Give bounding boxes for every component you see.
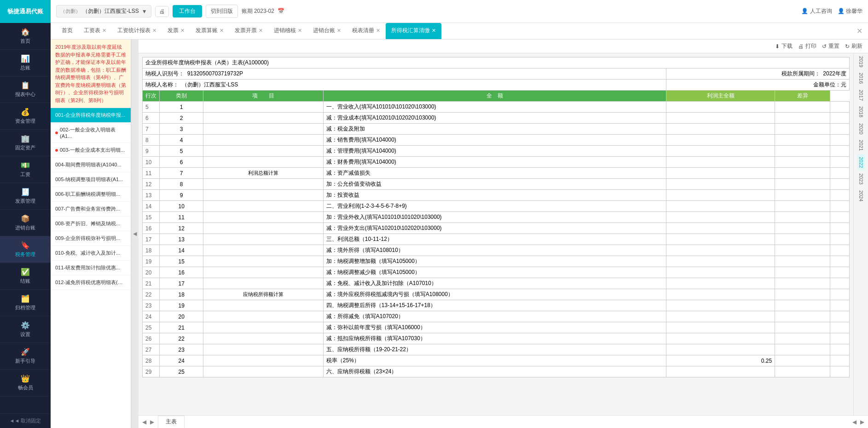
lirun-cell[interactable]: [775, 113, 830, 124]
diff-cell[interactable]: [830, 223, 849, 234]
sidebar-item-member[interactable]: 👑畅会员: [0, 370, 51, 396]
lirun-cell[interactable]: [775, 223, 830, 234]
sidebar-item-home[interactable]: 🏠首页: [0, 23, 51, 50]
amount-cell[interactable]: [666, 366, 775, 377]
amount-cell[interactable]: [666, 234, 775, 245]
reset-btn[interactable]: ↺ 重置: [822, 42, 839, 50]
diff-cell[interactable]: [830, 256, 849, 267]
lirun-cell[interactable]: [775, 190, 830, 201]
tab-close-icon[interactable]: ✕: [152, 28, 156, 34]
user-info[interactable]: 👤 徐馨华: [838, 7, 862, 15]
tab-close-icon[interactable]: ✕: [180, 28, 185, 34]
tab-close-icon[interactable]: ✕: [259, 28, 263, 34]
sidebar-item-funds[interactable]: 💰资金管理: [0, 103, 51, 130]
sub-nav-item[interactable]: 011-研发费用加计扣除优惠...: [51, 261, 131, 275]
diff-cell[interactable]: [830, 234, 849, 245]
sub-nav-item[interactable]: 004-期间费用明细表(A1040...: [51, 158, 131, 172]
sidebar-pin-toggle[interactable]: ◄◄ 取消固定: [0, 413, 51, 428]
tab-进销台账[interactable]: 进销台账 ✕: [307, 23, 347, 39]
lirun-cell[interactable]: [775, 267, 830, 278]
diff-cell[interactable]: [830, 344, 849, 355]
year-item-2017[interactable]: 2017: [857, 87, 865, 103]
diff-cell[interactable]: [830, 124, 849, 135]
amount-cell[interactable]: [666, 289, 775, 300]
amount-cell[interactable]: [666, 278, 775, 289]
amount-cell[interactable]: [666, 322, 775, 333]
tab-close-icon[interactable]: ✕: [337, 28, 341, 34]
sidebar-item-tax[interactable]: 🔖税务管理: [0, 236, 51, 263]
sub-nav-item[interactable]: 005-纳税调整项目明细表(A1...: [51, 172, 131, 187]
sub-nav-item[interactable]: 012-减免所得税优惠明细表(…: [51, 275, 131, 290]
tab-发票[interactable]: 发票 ✕: [162, 23, 190, 39]
amount-cell[interactable]: [666, 157, 775, 168]
company-selector[interactable]: （勿删） （勿删）江西服宝-LSS ▼: [56, 5, 151, 17]
diff-cell[interactable]: [830, 113, 849, 124]
spreadsheet-container[interactable]: 企业所得税年度纳税申报表（A类）主表(A100000)纳税人识别号： 91320…: [139, 53, 853, 415]
sidebar-item-invoice[interactable]: 🧾发票管理: [0, 183, 51, 210]
print-btn[interactable]: 🖨 打印: [798, 42, 816, 50]
amount-cell[interactable]: [666, 168, 775, 179]
amount-cell[interactable]: [666, 344, 775, 355]
diff-cell[interactable]: [830, 146, 849, 157]
lirun-cell[interactable]: [775, 333, 830, 344]
tab-发票开票[interactable]: 发票开票 ✕: [229, 23, 268, 39]
print-icon-btn[interactable]: 🖨: [155, 6, 169, 17]
lirun-cell[interactable]: [775, 366, 830, 377]
sidebar-item-reports[interactable]: 📋报表中心: [0, 76, 51, 103]
amount-cell[interactable]: [666, 223, 775, 234]
lirun-cell[interactable]: [775, 157, 830, 168]
sidebar-item-salary[interactable]: 💵工资: [0, 156, 51, 183]
amount-cell[interactable]: 0.25: [666, 355, 775, 366]
tab-close-icon[interactable]: ✕: [102, 28, 106, 34]
amount-cell[interactable]: [666, 311, 775, 322]
diff-cell[interactable]: [830, 212, 849, 223]
lirun-cell[interactable]: [775, 168, 830, 179]
amount-cell[interactable]: [666, 256, 775, 267]
sub-nav-item[interactable]: 007-广告费和业务宣传费跨...: [51, 202, 131, 217]
diff-cell[interactable]: [830, 333, 849, 344]
diff-cell[interactable]: [830, 190, 849, 201]
sidebar-item-settings[interactable]: ⚙️设置: [0, 316, 51, 343]
lirun-cell[interactable]: [775, 201, 830, 212]
amount-cell[interactable]: [666, 190, 775, 201]
sidebar-item-close[interactable]: ✅结账: [0, 263, 51, 290]
sheet-scroll-left[interactable]: ◀: [852, 419, 856, 425]
year-item-2022[interactable]: 2022: [857, 154, 865, 171]
sheet-nav-left[interactable]: ◀: [142, 419, 146, 425]
diff-cell[interactable]: [830, 102, 849, 113]
diff-cell[interactable]: [830, 366, 849, 377]
sidebar-item-ledger[interactable]: 📊总账: [0, 50, 51, 76]
amount-cell[interactable]: [666, 113, 775, 124]
diff-cell[interactable]: [830, 267, 849, 278]
lirun-cell[interactable]: [775, 212, 830, 223]
amount-cell[interactable]: [666, 102, 775, 113]
tab-close-icon[interactable]: ✕: [432, 28, 436, 34]
tab-close-icon[interactable]: ✕: [376, 28, 380, 34]
lirun-cell[interactable]: [775, 278, 830, 289]
lirun-cell[interactable]: [775, 234, 830, 245]
history-button[interactable]: 切到旧版: [206, 5, 238, 18]
lirun-cell[interactable]: [775, 256, 830, 267]
diff-cell[interactable]: [830, 311, 849, 322]
amount-cell[interactable]: [666, 146, 775, 157]
tab-进销稽核[interactable]: 进销稽核 ✕: [268, 23, 307, 39]
lirun-cell[interactable]: [775, 322, 830, 333]
period-calendar-icon[interactable]: 📅: [278, 8, 284, 14]
tab-close-icon[interactable]: ✕: [298, 28, 302, 34]
workspace-button[interactable]: 工作台: [173, 5, 202, 17]
year-item-2021[interactable]: 2021: [857, 137, 865, 154]
year-item-2018[interactable]: 2018: [857, 103, 865, 120]
refresh-btn[interactable]: ↻ 刷新: [845, 42, 862, 50]
sidebar-item-assets[interactable]: 🏢固定资产: [0, 130, 51, 156]
tab-工资表[interactable]: 工资表 ✕: [78, 23, 112, 39]
sheet-nav-right[interactable]: ▶: [150, 419, 154, 425]
lirun-cell[interactable]: [775, 135, 830, 146]
year-item-2016[interactable]: 2016: [857, 70, 865, 86]
year-item-2020[interactable]: 2020: [857, 120, 865, 137]
sub-nav-item[interactable]: 006-职工薪酬纳税调整明细...: [51, 187, 131, 202]
lirun-cell[interactable]: [775, 245, 830, 256]
sub-nav-item[interactable]: 003-一般企业成本支出明细...: [51, 143, 131, 158]
amount-cell[interactable]: [666, 300, 775, 311]
diff-cell[interactable]: [830, 168, 849, 179]
amount-cell[interactable]: [666, 245, 775, 256]
